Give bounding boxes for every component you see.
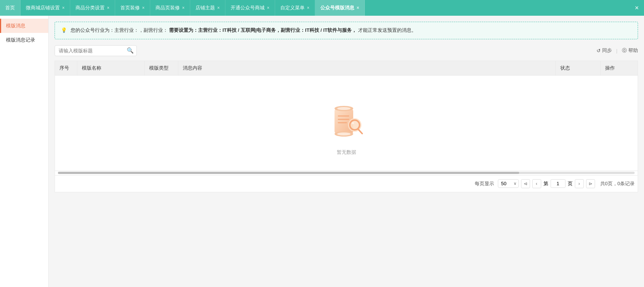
col-action: 操作 [601, 61, 638, 75]
col-content: 消息内容 [178, 61, 556, 75]
col-type: 模版类型 [145, 61, 178, 75]
empty-text: 暂无数据 [55, 149, 638, 156]
top-nav: 首页 微商城店铺设置 × 商品分类设置 × 首页装修 × 商品页装修 × 店铺主… [0, 0, 644, 16]
search-input[interactable] [55, 45, 137, 56]
scrollbar-area[interactable] [55, 171, 638, 175]
close-open-mall[interactable]: × [267, 5, 269, 10]
next-page-button[interactable]: › [575, 179, 584, 188]
svg-point-6 [337, 132, 351, 135]
page-unit: 页 [568, 180, 573, 187]
close-homepage-decor[interactable]: × [142, 5, 145, 10]
content-area: 💡 您的公众号行业为：主营行业：，副营行业： 需要设置为：主营行业：IT科技 /… [49, 16, 644, 287]
toolbar-divider: | [616, 48, 617, 54]
scrollbar-track [58, 172, 635, 174]
prev-page-button[interactable]: ‹ [532, 179, 541, 188]
nav-tab-home[interactable]: 首页 [0, 0, 21, 16]
nav-tab-open-mall[interactable]: 开通公众号商城 × [225, 0, 275, 16]
nav-tab-template-msg[interactable]: 公众号模版消息 × [315, 0, 365, 16]
empty-state: 暂无数据 [55, 76, 638, 171]
close-product-decor[interactable]: × [182, 5, 185, 10]
help-icon: ⓪ [622, 47, 627, 54]
page-input[interactable] [551, 179, 566, 188]
help-button[interactable]: ⓪ 帮助 [622, 47, 638, 54]
alert-box: 💡 您的公众号行业为：主营行业：，副营行业： 需要设置为：主营行业：IT科技 /… [55, 22, 638, 39]
empty-icon [324, 98, 369, 143]
total-info: 共0页，0条记录 [600, 180, 635, 187]
sync-icon: ↺ [597, 48, 601, 54]
nav-tab-wechat-shop[interactable]: 微商城店铺设置 × [21, 0, 70, 16]
svg-point-4 [337, 107, 351, 110]
page-size-select[interactable]: 50 10 20 100 [498, 179, 519, 188]
search-bar: 🔍 ↺ 同步 | ⓪ 帮助 [55, 45, 638, 56]
pagination: 每页显示 50 10 20 100 ⊲ ‹ 第 页 › ⊳ 共0页，0条记录 [55, 175, 638, 192]
nav-tab-category[interactable]: 商品分类设置 × [70, 0, 115, 16]
col-name: 模版名称 [77, 61, 145, 75]
sidebar-item-template-msg[interactable]: 模版消息 [0, 19, 48, 33]
page-label: 第 [543, 180, 548, 187]
nav-tab-product-decor[interactable]: 商品页装修 × [150, 0, 190, 16]
sidebar: 模版消息 模版消息记录 [0, 16, 49, 287]
close-shop-theme[interactable]: × [217, 5, 220, 10]
page-size-label: 每页显示 [475, 180, 494, 187]
svg-line-12 [358, 129, 362, 134]
data-table: 序号 模版名称 模版类型 消息内容 状态 操作 [55, 61, 638, 76]
first-page-button[interactable]: ⊲ [521, 179, 530, 188]
search-input-wrap: 🔍 [55, 45, 137, 56]
sidebar-item-template-msg-log[interactable]: 模版消息记录 [0, 33, 48, 47]
table-header-row: 序号 模版名称 模版类型 消息内容 状态 操作 [55, 61, 638, 75]
toolbar-right: ↺ 同步 | ⓪ 帮助 [597, 47, 638, 54]
lightbulb-icon: 💡 [61, 27, 67, 33]
nav-tab-homepage-decor[interactable]: 首页装修 × [115, 0, 150, 16]
close-custom-menu[interactable]: × [307, 5, 309, 10]
col-index: 序号 [55, 61, 77, 75]
sync-button[interactable]: ↺ 同步 [597, 47, 612, 54]
col-status: 状态 [556, 61, 601, 75]
svg-point-13 [352, 122, 354, 124]
nav-tab-shop-theme[interactable]: 店铺主题 × [190, 0, 225, 16]
scrollbar-thumb [58, 172, 519, 174]
close-wechat-shop[interactable]: × [62, 5, 65, 10]
page-size-select-wrap: 50 10 20 100 [498, 179, 519, 188]
close-template-msg[interactable]: × [357, 5, 359, 10]
close-all-button[interactable]: × [629, 0, 644, 16]
close-category[interactable]: × [107, 5, 110, 10]
alert-highlight: 需要设置为：主营行业：IT科技 / 互联网|电子商务，副营行业：IT科技 / I… [169, 27, 357, 33]
nav-tab-custom-menu[interactable]: 自定义菜单 × [275, 0, 315, 16]
main-layout: 模版消息 模版消息记录 💡 您的公众号行业为：主营行业：，副营行业： 需要设置为… [0, 16, 644, 287]
last-page-button[interactable]: ⊳ [586, 179, 595, 188]
search-icon[interactable]: 🔍 [127, 47, 134, 54]
